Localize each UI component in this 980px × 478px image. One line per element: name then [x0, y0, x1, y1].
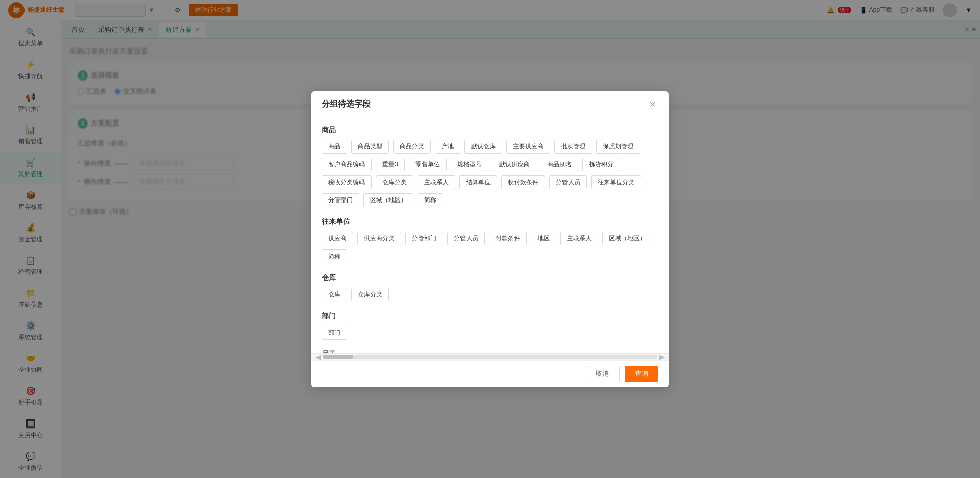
chip-customer-code[interactable]: 客户商品编码	[322, 158, 372, 171]
chip-shelf-life[interactable]: 保质期管理	[596, 140, 640, 154]
section-counterpart-chips: 供应商 供应商分类 分管部门 分管人员 付款条件 地区 主联系人 区域（地区） …	[322, 232, 658, 263]
chip-warehouse-category[interactable]: 仓库分类	[376, 175, 413, 189]
chip-default-warehouse[interactable]: 默认仓库	[464, 140, 502, 154]
chip-warehouse-cat[interactable]: 仓库分类	[351, 288, 389, 301]
chip-tax-code[interactable]: 税收分类编码	[322, 175, 372, 189]
modal-body: 商品 商品 商品类型 商品分类 产地 默认仓库 主要供应商 批次管理 保质期管理…	[311, 117, 669, 353]
field-selection-modal: 分组待选字段 ✕ 商品 商品 商品类型 商品分类 产地 默认仓库 主要供应商 批…	[311, 91, 669, 387]
chip-product[interactable]: 商品	[322, 140, 347, 154]
hscroll-thumb[interactable]	[323, 355, 353, 359]
chip-product-alias[interactable]: 商品别名	[541, 158, 578, 171]
confirm-button[interactable]: 查询	[625, 366, 658, 382]
chip-department[interactable]: 部门	[322, 326, 347, 340]
chip-short-name-product[interactable]: 简称	[418, 193, 443, 207]
chip-weight3[interactable]: 重量3	[376, 158, 405, 171]
chip-region-product[interactable]: 区域（地区）	[363, 193, 413, 207]
hscroll-track[interactable]	[323, 355, 657, 359]
chip-spec-model[interactable]: 规格型号	[451, 158, 488, 171]
modal-title: 分组待选字段	[322, 99, 371, 110]
modal-footer: 取消 查询	[311, 360, 669, 387]
section-counterpart: 往来单位 供应商 供应商分类 分管部门 分管人员 付款条件 地区 主联系人 区域…	[322, 217, 658, 263]
chip-origin[interactable]: 产地	[435, 140, 460, 154]
chip-settlement-unit[interactable]: 结算单位	[459, 175, 497, 189]
chip-manage-dept[interactable]: 分管部门	[405, 232, 443, 245]
section-dept-chips: 部门	[322, 326, 658, 340]
section-dept-title: 部门	[322, 312, 658, 321]
chip-dept[interactable]: 分管部门	[322, 193, 359, 207]
modal-overlay: 分组待选字段 ✕ 商品 商品 商品类型 商品分类 产地 默认仓库 主要供应商 批…	[0, 0, 980, 478]
chip-pick-points[interactable]: 拣货积分	[582, 158, 620, 171]
chip-payment-terms[interactable]: 收付款条件	[501, 175, 545, 189]
section-warehouse-title: 仓库	[322, 273, 658, 283]
section-warehouse-chips: 仓库 仓库分类	[322, 288, 658, 301]
section-warehouse: 仓库 仓库 仓库分类	[322, 273, 658, 301]
chip-product-type[interactable]: 商品类型	[351, 140, 389, 154]
modal-horizontal-scrollbar[interactable]: ◀ ▶	[311, 353, 669, 360]
chip-short-name-counterpart[interactable]: 简称	[322, 249, 347, 263]
modal-close-button[interactable]: ✕	[646, 98, 658, 111]
chip-retail-unit[interactable]: 零售单位	[409, 158, 447, 171]
chip-supplier[interactable]: 供应商	[322, 232, 353, 245]
chip-counterpart-category[interactable]: 往来单位分类	[591, 175, 641, 189]
chip-main-contact-counterpart[interactable]: 主联系人	[560, 232, 598, 245]
chip-manage-person[interactable]: 分管人员	[447, 232, 485, 245]
section-product-chips: 商品 商品类型 商品分类 产地 默认仓库 主要供应商 批次管理 保质期管理 客户…	[322, 140, 658, 207]
chip-main-contact[interactable]: 主联系人	[418, 175, 455, 189]
chip-supplier-category[interactable]: 供应商分类	[357, 232, 401, 245]
chip-default-supplier[interactable]: 默认供应商	[493, 158, 536, 171]
section-counterpart-title: 往来单位	[322, 217, 658, 227]
chip-region-counterpart[interactable]: 地区	[531, 232, 556, 245]
chip-product-category[interactable]: 商品分类	[393, 140, 431, 154]
cancel-button[interactable]: 取消	[585, 366, 620, 382]
hscroll-left-arrow[interactable]: ◀	[313, 353, 323, 361]
section-product-title: 商品	[322, 125, 658, 135]
chip-supervisor[interactable]: 分管人员	[549, 175, 587, 189]
section-dept: 部门 部门	[322, 312, 658, 340]
chip-batch-mgmt[interactable]: 批次管理	[554, 140, 592, 154]
modal-header: 分组待选字段 ✕	[311, 91, 669, 117]
section-product: 商品 商品 商品类型 商品分类 产地 默认仓库 主要供应商 批次管理 保质期管理…	[322, 125, 658, 207]
hscroll-right-arrow[interactable]: ▶	[657, 353, 667, 361]
chip-main-supplier[interactable]: 主要供应商	[506, 140, 550, 154]
chip-warehouse[interactable]: 仓库	[322, 288, 347, 301]
chip-region2[interactable]: 区域（地区）	[602, 232, 652, 245]
chip-pay-terms[interactable]: 付款条件	[489, 232, 527, 245]
